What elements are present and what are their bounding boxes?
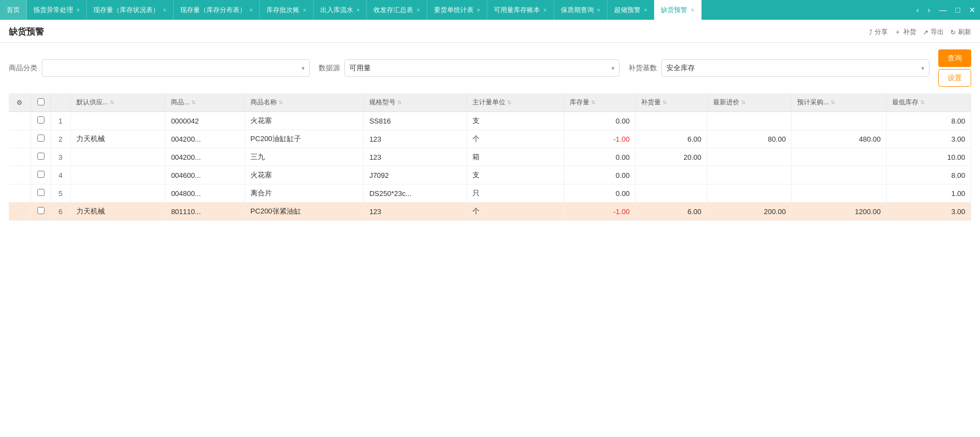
tab-inout-flow-close[interactable]: × [357, 7, 360, 13]
row-latest-price-cell: 200.00 [707, 203, 792, 221]
tab-inventory-dist-close[interactable]: × [249, 7, 253, 13]
tab-inventory-dist-label: 现存量（库存分布表） [180, 5, 246, 15]
col-product-name[interactable]: 商品名称 ⇅ [244, 93, 364, 112]
row-checkbox-cell[interactable] [31, 130, 51, 148]
row-product-code-cell: 004200... [165, 148, 244, 166]
col-spec[interactable]: 规格型号 ⇅ [364, 93, 466, 112]
tab-inout-flow-label: 出入库流水 [320, 5, 353, 15]
col-est-purchase[interactable]: 预计采购... ⇅ [792, 93, 887, 112]
replenish-base-select-arrow: ▾ [921, 65, 925, 72]
row-settings-cell [9, 203, 31, 221]
tab-expiry-query[interactable]: 保质期查询 × [554, 0, 608, 20]
row-replenish-qty-cell [636, 112, 708, 130]
row-unit-cell: 箱 [466, 148, 564, 166]
row-est-purchase-cell [792, 112, 887, 130]
col-product-code[interactable]: 商品... ⇅ [165, 93, 244, 112]
tab-overstock-warning[interactable]: 超储预警 × [608, 0, 654, 20]
row-checkbox[interactable] [37, 207, 44, 214]
row-product-name-cell: 三九 [244, 148, 364, 166]
row-replenish-qty-cell: 6.00 [636, 130, 708, 148]
row-checkbox[interactable] [37, 171, 44, 178]
row-settings-cell [9, 148, 31, 166]
page-header: 缺货预警 ⤴ 分享 ＋ 补货 ↗ 导出 ↻ 刷新 [0, 20, 980, 43]
tab-receive-summary-close[interactable]: × [416, 7, 420, 13]
tab-expiry-query-close[interactable]: × [597, 7, 600, 13]
tab-available-ledger-close[interactable]: × [543, 7, 547, 13]
tab-available-ledger[interactable]: 可用量库存账本 × [487, 0, 554, 20]
tab-inout-flow[interactable]: 出入库流水 × [314, 0, 367, 20]
col-default-supplier[interactable]: 默认供应... ⇅ [70, 93, 165, 112]
tab-inventory-dist[interactable]: 现存量（库存分布表） × [174, 0, 260, 20]
col-replenish-qty[interactable]: 补货量 ⇅ [636, 93, 708, 112]
replenish-button[interactable]: ＋ 补货 [894, 27, 916, 37]
tab-inventory-status[interactable]: 现存量（库存状况表） × [87, 0, 173, 20]
tab-batch-account[interactable]: 库存批次账 × [260, 0, 313, 20]
tab-stock-exception-close[interactable]: × [76, 7, 80, 13]
tab-overstock-warning-close[interactable]: × [644, 7, 647, 13]
row-product-code-cell: 0000042 [165, 112, 244, 130]
page-title: 缺货预警 [9, 26, 44, 38]
tab-nav-prev[interactable]: ‹ [912, 0, 923, 20]
tab-stock-exception[interactable]: 拣货异常处理 × [27, 0, 87, 20]
row-stock-qty-cell: -1.00 [564, 203, 636, 221]
refresh-button[interactable]: ↻ 刷新 [950, 27, 971, 37]
row-checkbox[interactable] [37, 135, 44, 142]
col-latest-price[interactable]: 最新进价 ⇅ [707, 93, 792, 112]
row-stock-qty-cell: 0.00 [564, 166, 636, 184]
row-stock-qty-cell: 0.00 [564, 112, 636, 130]
row-checkbox[interactable] [37, 153, 44, 160]
col-min-stock[interactable]: 最低库存 ⇅ [887, 93, 971, 112]
tab-batch-account-close[interactable]: × [303, 7, 306, 13]
row-product-code-cell: 004600... [165, 166, 244, 184]
header-actions: ⤴ 分享 ＋ 补货 ↗ 导出 ↻ 刷新 [869, 27, 971, 37]
category-select[interactable]: ▾ [42, 59, 310, 77]
window-maximize[interactable]: □ [951, 0, 965, 20]
row-unit-cell: 个 [466, 203, 564, 221]
row-checkbox-cell[interactable] [31, 203, 51, 221]
replenish-base-select[interactable]: 安全库存 ▾ [661, 59, 929, 77]
row-checkbox-cell[interactable] [31, 166, 51, 184]
settings-button[interactable]: 设置 [938, 69, 971, 87]
tab-receive-summary[interactable]: 收发存汇总表 × [367, 0, 427, 20]
row-checkbox[interactable] [37, 116, 44, 124]
select-all-checkbox[interactable] [37, 98, 44, 105]
filter-actions: 查询 设置 [938, 49, 971, 87]
datasource-select[interactable]: 可用量 ▾ [344, 59, 620, 77]
row-product-name-cell: 离合片 [244, 184, 364, 203]
row-stock-qty-cell: 0.00 [564, 148, 636, 166]
export-button[interactable]: ↗ 导出 [923, 27, 944, 37]
tab-home[interactable]: 首页 [0, 0, 27, 20]
row-min-stock-cell: 3.00 [887, 130, 971, 148]
col-settings[interactable]: ⚙ [9, 93, 31, 112]
col-unit[interactable]: 主计量单位 ⇅ [466, 93, 564, 112]
col-row-num [51, 93, 70, 112]
row-checkbox-cell[interactable] [31, 184, 51, 203]
window-minimize[interactable]: — [935, 0, 951, 20]
tab-shortage-warning[interactable]: 缺货预警 × [654, 0, 701, 20]
row-spec-cell: 123 [364, 148, 466, 166]
query-button[interactable]: 查询 [938, 49, 971, 67]
table-container: ⚙ 默认供应... ⇅ 商品... [0, 93, 980, 221]
share-button[interactable]: ⤴ 分享 [869, 27, 888, 37]
window-close[interactable]: ✕ [965, 0, 980, 20]
filter-bar: 商品分类 ▾ 数据源 可用量 ▾ 补货基数 安全库存 ▾ 查询 设置 [0, 43, 980, 93]
tab-demand-stat[interactable]: 要货单统计表 × [427, 0, 487, 20]
row-spec-cell: DS250*23c... [364, 184, 466, 203]
tab-nav-buttons: ‹ › — □ ✕ [912, 0, 980, 20]
col-stock-qty[interactable]: 库存量 ⇅ [564, 93, 636, 112]
table-body: 1 0000042 火花塞 SS816 支 0.00 8.00 2 力天机械 0… [9, 112, 971, 221]
col-unit-sort: ⇅ [507, 99, 511, 105]
tab-shortage-warning-close[interactable]: × [691, 7, 694, 13]
table-header-row: ⚙ 默认供应... ⇅ 商品... [9, 93, 971, 112]
tab-demand-stat-close[interactable]: × [477, 7, 480, 13]
row-checkbox[interactable] [37, 189, 44, 196]
replenish-base-filter-group: 补货基数 安全库存 ▾ [628, 59, 929, 77]
col-product-name-sort: ⇅ [279, 99, 283, 105]
row-checkbox-cell[interactable] [31, 112, 51, 130]
tab-available-ledger-label: 可用量库存账本 [494, 5, 540, 15]
row-checkbox-cell[interactable] [31, 148, 51, 166]
tab-inventory-status-close[interactable]: × [163, 7, 166, 13]
tab-nav-next[interactable]: › [923, 0, 935, 20]
replenish-base-filter-label: 补货基数 [628, 63, 657, 73]
col-checkbox[interactable] [31, 93, 51, 112]
